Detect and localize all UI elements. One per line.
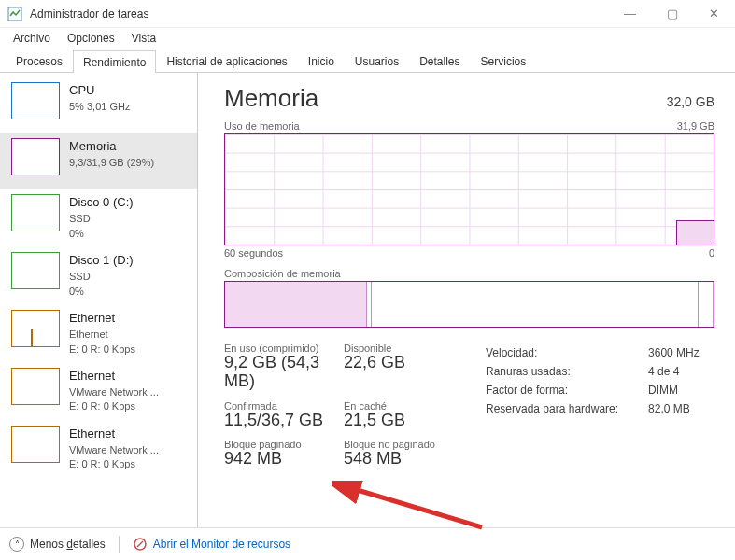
ethernet-thumb-icon (11, 310, 60, 347)
stat-value: 21,5 GB (344, 412, 446, 430)
chevron-up-icon: ˄ (9, 537, 24, 552)
titlebar: Administrador de tareas — ▢ ✕ (0, 0, 735, 28)
ethernet-thumb-icon (11, 368, 60, 405)
page-title: Memoria (224, 84, 318, 113)
sidebar-label: CPU (69, 82, 130, 99)
menu-options[interactable]: Opciones (60, 30, 122, 47)
sidebar-item-ethernet1[interactable]: EthernetVMware Network ...E: 0 R: 0 Kbps (0, 362, 197, 420)
sidebar-item-disk1[interactable]: Disco 1 (D:)SSD0% (0, 246, 197, 304)
tab-procesos[interactable]: Procesos (6, 49, 73, 72)
sidebar-label: Memoria (69, 138, 154, 155)
chart-axis-right: 0 (709, 247, 714, 259)
menu-file[interactable]: Archivo (6, 30, 58, 47)
sidebar-label: Disco 0 (C:) (69, 194, 134, 211)
tab-inicio[interactable]: Inicio (298, 49, 345, 72)
tab-usuarios[interactable]: Usuarios (345, 49, 409, 72)
menu-view[interactable]: Vista (124, 30, 163, 47)
memory-total: 32,0 GB (667, 94, 714, 109)
resource-monitor-icon (133, 537, 148, 552)
memory-composition-chart (224, 281, 714, 328)
fewer-details-button[interactable]: ˄ Menos detalles (9, 537, 106, 552)
sidebar-label: Ethernet (69, 368, 159, 385)
sidebar-item-ethernet2[interactable]: EthernetVMware Network ...E: 0 R: 0 Kbps (0, 420, 197, 478)
disk-thumb-icon (11, 194, 60, 231)
close-button[interactable]: ✕ (693, 0, 735, 28)
svg-line-2 (137, 541, 143, 547)
sidebar-label: Disco 1 (D:) (69, 252, 134, 269)
main-panel: Memoria 32,0 GB Uso de memoria 31,9 GB 6… (198, 73, 735, 527)
stat-value: 9,2 GB (54,3 MB) (224, 354, 336, 391)
stat-value: 548 MB (344, 450, 446, 469)
cpu-thumb-icon (11, 82, 60, 119)
tab-detalles[interactable]: Detalles (409, 49, 470, 72)
sidebar-label: Ethernet (69, 310, 135, 327)
stat-value: 942 MB (224, 450, 336, 469)
stat-label: Confirmada (224, 400, 336, 412)
sidebar-item-cpu[interactable]: CPU5% 3,01 GHz (0, 77, 197, 133)
memory-usage-chart (224, 133, 714, 245)
task-manager-icon (7, 7, 22, 21)
tab-rendimiento[interactable]: Rendimiento (73, 50, 156, 73)
sidebar-item-ethernet0[interactable]: EthernetEthernetE: 0 R: 0 Kbps (0, 304, 197, 362)
maximize-button[interactable]: ▢ (651, 0, 693, 28)
disk-thumb-icon (11, 252, 60, 289)
chart-axis-left: 60 segundos (224, 247, 283, 259)
divider (119, 536, 120, 553)
tab-servicios[interactable]: Servicios (471, 49, 537, 72)
sidebar: CPU5% 3,01 GHz Memoria9,3/31,9 GB (29%) … (0, 73, 198, 527)
window-title: Administrador de tareas (30, 7, 609, 21)
stat-value: 22,6 GB (344, 354, 446, 372)
chart-label-left: Uso de memoria (224, 120, 300, 132)
footer: ˄ Menos detalles Abrir el Monitor de rec… (0, 527, 735, 560)
menubar: Archivo Opciones Vista (0, 28, 735, 49)
stat-label: En caché (344, 400, 446, 412)
minimize-button[interactable]: — (609, 0, 651, 28)
ethernet-thumb-icon (11, 426, 60, 463)
sidebar-item-memory[interactable]: Memoria9,3/31,9 GB (29%) (0, 133, 197, 189)
open-resource-monitor-link[interactable]: Abrir el Monitor de recursos (133, 537, 290, 552)
tabbar: Procesos Rendimiento Historial de aplica… (0, 49, 735, 73)
memory-thumb-icon (11, 138, 60, 175)
chart-label-right: 31,9 GB (677, 120, 714, 132)
comp-label: Composición de memoria (224, 268, 341, 279)
sidebar-label: Ethernet (69, 426, 159, 442)
stat-value: 11,5/36,7 GB (224, 412, 336, 430)
stats-right: Velocidad:3600 MHz Ranuras usadas:4 de 4… (484, 343, 701, 469)
tab-historial[interactable]: Historial de aplicaciones (156, 49, 297, 72)
sidebar-item-disk0[interactable]: Disco 0 (C:)SSD0% (0, 189, 197, 246)
